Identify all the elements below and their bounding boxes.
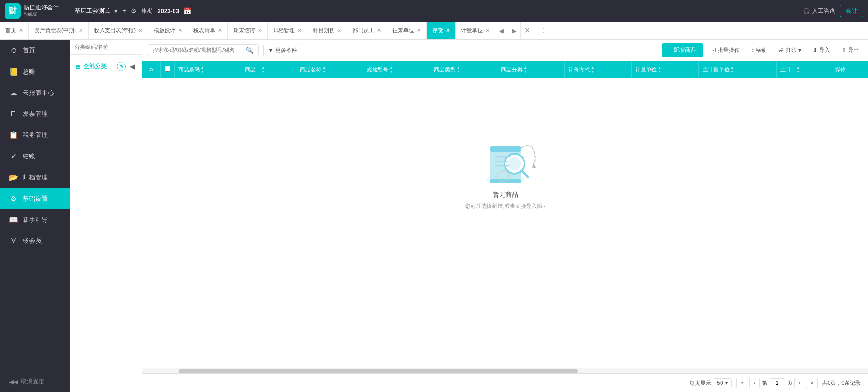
sidebar-item-cloud[interactable]: ☁ 云报表中心 bbox=[0, 82, 70, 104]
sidebar-item-archive[interactable]: 📂 归档管理 bbox=[0, 167, 70, 188]
scrollbar-thumb[interactable] bbox=[179, 369, 578, 373]
settings-icon: ⚙ bbox=[9, 194, 18, 203]
tab-close-icon[interactable]: ✕ bbox=[218, 28, 222, 33]
col-price-method[interactable]: 计价方式 ▲▼ bbox=[564, 61, 631, 78]
period-value: 2023-03 bbox=[157, 8, 179, 14]
tab-close-icon[interactable]: ✕ bbox=[79, 28, 83, 33]
col-settings[interactable]: ⚙ bbox=[142, 61, 160, 78]
headset-icon: 🎧 bbox=[803, 8, 810, 14]
settings-icon[interactable]: ⚙ bbox=[131, 7, 137, 14]
tab-close-icon[interactable]: ✕ bbox=[486, 28, 490, 33]
filter-button[interactable]: ▼ 更多条件 bbox=[263, 44, 302, 57]
help-button[interactable]: 🎧 人工咨询 bbox=[803, 7, 835, 15]
batch-icon: ☑ bbox=[711, 47, 716, 53]
tab-close-all-btn[interactable]: ✕ bbox=[521, 22, 534, 40]
tab-department[interactable]: 部门员工 ✕ bbox=[347, 22, 387, 40]
page-size-selector: 每页显示 50 ▾ bbox=[689, 378, 731, 387]
first-page-btn[interactable]: « bbox=[736, 378, 747, 388]
tab-subject[interactable]: 科目期初 ✕ bbox=[307, 22, 347, 40]
tab-bar: 首页 ✕ 资产负债表(中期) ✕ 收入支出表(年报) ✕ 模版设计 ✕ 税表清单… bbox=[0, 22, 868, 40]
tab-close-icon[interactable]: ✕ bbox=[19, 28, 23, 33]
page-size-value: 50 bbox=[717, 380, 723, 386]
move-button[interactable]: ↕ 移动 bbox=[748, 45, 770, 56]
tab-home[interactable]: 首页 ✕ bbox=[0, 22, 29, 40]
tab-archive[interactable]: 归档管理 ✕ bbox=[268, 22, 307, 40]
tab-tax[interactable]: 税表清单 ✕ bbox=[188, 22, 228, 40]
product-search-input[interactable] bbox=[153, 47, 243, 53]
sort-arrows-icon: ▲▼ bbox=[524, 66, 527, 74]
tab-close-icon[interactable]: ✕ bbox=[377, 28, 381, 33]
tab-expand-btn[interactable]: ⛶ bbox=[534, 22, 547, 40]
tab-close-icon[interactable]: ✕ bbox=[337, 28, 341, 33]
sidebar-label: 结账 bbox=[23, 152, 35, 161]
vip-icon: V bbox=[9, 237, 18, 245]
tab-period-end[interactable]: 期末结转 ✕ bbox=[228, 22, 268, 40]
sidebar-item-invoice[interactable]: 🗒 发票管理 bbox=[0, 104, 70, 124]
calendar-icon[interactable]: 📅 bbox=[184, 7, 191, 14]
select-all-checkbox[interactable] bbox=[165, 66, 170, 72]
col-spec[interactable]: 规格型号 ▲▼ bbox=[363, 61, 430, 78]
sidebar-label: 基础设置 bbox=[23, 195, 48, 203]
col-extra[interactable]: 主计... ▲▼ bbox=[776, 61, 831, 78]
sidebar-item-vip[interactable]: V 畅会员 bbox=[0, 231, 70, 251]
move-icon: ↕ bbox=[751, 47, 754, 53]
horizontal-scrollbar[interactable] bbox=[142, 368, 868, 373]
col-name[interactable]: 商品名称 ▲▼ bbox=[296, 61, 363, 78]
tab-balance[interactable]: 资产负债表(中期) ✕ bbox=[29, 22, 89, 40]
dropdown-icon: ▾ bbox=[725, 380, 728, 386]
tab-template[interactable]: 模版设计 ✕ bbox=[148, 22, 188, 40]
tab-next-btn[interactable]: ▶ bbox=[508, 22, 521, 40]
tab-close-icon[interactable]: ✕ bbox=[417, 28, 421, 33]
tab-unit[interactable]: 计量单位 ✕ bbox=[456, 22, 495, 40]
sidebar-item-settle[interactable]: ✓ 结账 bbox=[0, 146, 70, 167]
tab-close-icon[interactable]: ✕ bbox=[138, 28, 142, 33]
search-icon[interactable]: 🔍 bbox=[246, 47, 254, 54]
sidebar-item-guide[interactable]: 📖 新手引导 bbox=[0, 209, 70, 231]
tab-income[interactable]: 收入支出表(年报) ✕ bbox=[89, 22, 148, 40]
empty-title: 暂无商品 bbox=[493, 191, 518, 199]
page-number-input[interactable] bbox=[769, 378, 785, 387]
tab-prev-btn[interactable]: ◀ bbox=[495, 22, 508, 40]
batch-button[interactable]: ☑ 批量操作 bbox=[708, 45, 743, 56]
add-product-button[interactable]: + 新增商品 bbox=[662, 43, 703, 57]
tab-label: 收入支出表(年报) bbox=[94, 27, 136, 34]
next-page-btn[interactable]: › bbox=[794, 378, 805, 388]
page-size-dropdown[interactable]: 50 ▾ bbox=[713, 378, 731, 387]
tab-close-icon[interactable]: ✕ bbox=[446, 28, 450, 33]
tab-counterpart[interactable]: 往来单位 ✕ bbox=[387, 22, 427, 40]
home-icon: ⊙ bbox=[9, 46, 18, 55]
import-button[interactable]: ⬇ 导入 bbox=[809, 45, 834, 56]
account-button[interactable]: 会计 bbox=[840, 5, 863, 17]
prev-page-btn[interactable]: ‹ bbox=[749, 378, 760, 388]
col-unit[interactable]: 计量单位 ▲▼ bbox=[632, 61, 698, 78]
unpin-button[interactable]: ◀◀ 取消固定 bbox=[0, 371, 70, 392]
print-button[interactable]: 🖨 打印 ▾ bbox=[775, 45, 805, 56]
sidebar-item-home[interactable]: ⊙ 首页 bbox=[0, 40, 70, 61]
invoice-icon: 🗒 bbox=[9, 110, 18, 118]
tree-collapse-btn[interactable]: ◀ bbox=[127, 62, 137, 71]
tab-close-icon[interactable]: ✕ bbox=[258, 28, 262, 33]
tree-item-label: 全部分类 bbox=[83, 62, 107, 71]
sidebar-item-tax[interactable]: 📋 税务管理 bbox=[0, 124, 70, 146]
tab-close-icon[interactable]: ✕ bbox=[297, 28, 302, 33]
dropdown-icon[interactable]: ▾ bbox=[114, 8, 118, 14]
col-category[interactable]: 商品分类 ▲▼ bbox=[497, 61, 564, 78]
tree-item-all[interactable]: ⊞ 全部分类 ✎ ◀ bbox=[70, 58, 142, 75]
tab-inventory[interactable]: 存货 ✕ bbox=[427, 22, 456, 40]
category-search-input[interactable] bbox=[75, 44, 142, 50]
col-code[interactable]: 商品... ▲▼ bbox=[241, 61, 296, 78]
col-barcode[interactable]: 商品条码 ▲▼ bbox=[174, 61, 241, 78]
col-type[interactable]: 商品类型 ▲▼ bbox=[430, 61, 497, 78]
add-tab-btn[interactable]: + bbox=[122, 7, 126, 15]
empty-illustration bbox=[469, 128, 542, 191]
export-button[interactable]: ⬆ 导出 bbox=[838, 45, 863, 56]
col-checkbox[interactable] bbox=[160, 61, 174, 78]
col-main-unit[interactable]: 主计量单位 ▲▼ bbox=[698, 61, 776, 78]
last-page-btn[interactable]: » bbox=[807, 378, 818, 388]
sidebar-item-ledger[interactable]: 📒 总账 bbox=[0, 61, 70, 82]
svg-rect-2 bbox=[490, 146, 521, 152]
tab-close-icon[interactable]: ✕ bbox=[178, 28, 182, 33]
tree-edit-btn[interactable]: ✎ bbox=[117, 62, 126, 71]
sidebar-label: 归档管理 bbox=[23, 174, 48, 182]
sidebar-item-basic[interactable]: ⚙ 基础设置 bbox=[0, 188, 70, 209]
